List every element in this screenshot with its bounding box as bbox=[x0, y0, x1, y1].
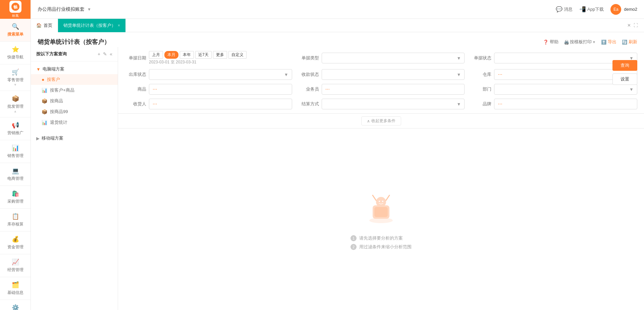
scheme-group-mobile: ▶ 移动端方案 bbox=[31, 131, 118, 146]
scheme-item-by-product[interactable]: 📦 按商品 bbox=[31, 96, 118, 106]
refresh-icon: 🔄 bbox=[622, 40, 627, 45]
product-label: 商品 bbox=[125, 86, 149, 92]
sidebar-item-label: 零售管理 bbox=[7, 77, 23, 83]
sidebar-item-purchase[interactable]: 🛍️ 采购管理 bbox=[0, 186, 31, 209]
tab-close-button[interactable]: × bbox=[118, 23, 120, 28]
sidebar-item-sales[interactable]: 📊 销售管理 bbox=[0, 140, 31, 163]
query-button[interactable]: 查询 bbox=[612, 60, 637, 71]
scheme-edit-button[interactable]: ✎ bbox=[103, 51, 107, 57]
staff-control: ··· bbox=[322, 84, 465, 95]
page-actions: ❓ 帮助 🖨️ 按模板打印 ▼ ⬆️ 导出 🔄 刷新 bbox=[543, 37, 637, 47]
sidebar-item-search[interactable]: 🔍 搜索菜单 bbox=[0, 19, 31, 42]
settings-button[interactable]: 设置 bbox=[612, 73, 637, 85]
collapse-button[interactable]: ∧ 收起更多条件 bbox=[361, 116, 401, 125]
header-right: 💬 消息 📲 App下载 Ea demo2 bbox=[556, 4, 637, 15]
status-label: 单据状态 bbox=[470, 55, 494, 61]
filter-staff-cell: 业务员 ··· bbox=[298, 84, 465, 95]
product-select[interactable]: ··· bbox=[149, 84, 292, 95]
brand-select[interactable]: ··· bbox=[494, 99, 637, 109]
app-download-button[interactable]: 📲 App下载 bbox=[579, 6, 604, 12]
logo-text: 标胤 bbox=[12, 13, 19, 18]
refresh-button[interactable]: 🔄 刷新 bbox=[622, 37, 637, 47]
date-btn-this-month[interactable]: 本月 bbox=[164, 51, 178, 59]
sidebar-item-finance[interactable]: 💰 资金管理 bbox=[0, 231, 31, 254]
message-button[interactable]: 💬 消息 bbox=[556, 6, 573, 12]
scheme-item-by-product-label: 按商品 bbox=[50, 98, 63, 104]
filter-row-3: 商品 ··· 业务员 bbox=[125, 84, 637, 95]
export-button[interactable]: ⬆️ 导出 bbox=[601, 37, 616, 47]
maximize-icon[interactable]: ⛶ bbox=[634, 23, 638, 28]
empty-tip-1: 1 请先选择要分析的方案 bbox=[351, 235, 412, 241]
app-logo: 畅 标胤 bbox=[0, 0, 31, 19]
app-download-label: App下载 bbox=[587, 6, 604, 12]
user-profile[interactable]: Ea demo2 bbox=[610, 4, 637, 15]
collapse-label: 收起更多条件 bbox=[371, 118, 395, 124]
header-dropdown-icon[interactable]: ▼ bbox=[87, 7, 91, 12]
scheme-item-by-customer-label: 按客户 bbox=[47, 76, 60, 83]
payment-select[interactable]: ▼ bbox=[322, 99, 465, 109]
date-btn-last-month[interactable]: 上月 bbox=[149, 51, 163, 59]
receiver-select[interactable]: ··· bbox=[149, 99, 292, 109]
page-title: 销货单统计计表（按客户） bbox=[38, 38, 110, 46]
scheme-group-pc-header[interactable]: ▼ 电脑端方案 bbox=[31, 64, 118, 74]
empty-tips: 1 请先选择要分析的方案 2 用过滤条件来缩小分析范围 bbox=[351, 235, 412, 250]
out-status-select[interactable]: ▼ bbox=[149, 69, 292, 80]
filter-type-cell: 单据类型 ▼ bbox=[298, 53, 465, 63]
scheme-group-mobile-header[interactable]: ▶ 移动端方案 bbox=[31, 133, 118, 143]
basic-icon: 🗂️ bbox=[12, 281, 19, 289]
tab-home[interactable]: 🏠 首页 bbox=[31, 19, 58, 32]
scheme-item-by-customer[interactable]: ● 按客户 bbox=[31, 74, 118, 85]
scheme-collapse-button[interactable]: « bbox=[110, 51, 112, 57]
sidebar-item-business[interactable]: 📈 经营管理 bbox=[0, 254, 31, 277]
sidebar-item-wholesale[interactable]: 📦 批发管理 ▲ bbox=[0, 91, 31, 117]
date-btn-more[interactable]: 更多 bbox=[213, 51, 227, 59]
template-print-label: 按模板打印 bbox=[570, 39, 592, 45]
sidebar-item-system[interactable]: ⚙️ 系统管理 bbox=[0, 300, 31, 310]
scheme-add-button[interactable]: + bbox=[98, 51, 100, 57]
help-button[interactable]: ❓ 帮助 bbox=[543, 37, 558, 47]
template-print-button[interactable]: 🖨️ 按模板打印 ▼ bbox=[564, 39, 596, 45]
customer-icon: ● bbox=[42, 77, 44, 82]
staff-select[interactable]: ··· bbox=[322, 84, 465, 95]
sidebar-item-ecommerce[interactable]: 💻 电商管理 bbox=[0, 163, 31, 186]
date-btn-this-year[interactable]: 本年 bbox=[180, 51, 194, 59]
date-btn-last-7-days[interactable]: 近7天 bbox=[195, 51, 212, 59]
sales-icon: 📊 bbox=[12, 144, 19, 152]
receive-status-select[interactable]: ▼ bbox=[322, 69, 465, 80]
sidebar-item-shortcut[interactable]: ⭐ 快捷导航 bbox=[0, 42, 31, 64]
scheme-item-by-customer-product[interactable]: 📊 按客户+商品 bbox=[31, 85, 118, 96]
filter-receive-status-cell: 收款状态 ▼ bbox=[298, 69, 465, 80]
tip-text-1: 请先选择要分析的方案 bbox=[359, 235, 403, 241]
customer-product-icon: 📊 bbox=[42, 88, 47, 93]
return-icon: 📊 bbox=[42, 120, 47, 125]
logo-icon: 畅 bbox=[9, 1, 21, 13]
sidebar-item-basic[interactable]: 🗂️ 基础信息 bbox=[0, 277, 31, 300]
query-buttons: 查询 设置 bbox=[612, 60, 637, 85]
out-status-arrow-icon: ▼ bbox=[284, 72, 288, 77]
date-btn-custom[interactable]: 自定义 bbox=[228, 51, 247, 59]
dept-select[interactable]: ▼ bbox=[494, 84, 637, 95]
sidebar-item-marketing[interactable]: 📢 营销推广 bbox=[0, 117, 31, 140]
message-label: 消息 bbox=[564, 6, 573, 12]
help-icon: ❓ bbox=[543, 40, 548, 45]
scheme-item-by-product-99[interactable]: 📦 按商品99 bbox=[31, 106, 118, 117]
sidebar-item-inventory[interactable]: 📋 库存核算 bbox=[0, 209, 31, 231]
tab-active[interactable]: 销货单统计计表（按客户） × bbox=[58, 19, 126, 32]
scheme-group-pc: ▼ 电脑端方案 ● 按客户 📊 按客户+商品 📦 bbox=[31, 61, 118, 131]
empty-tip-2: 2 用过滤条件来缩小分析范围 bbox=[351, 244, 412, 250]
receiver-control: ··· bbox=[149, 99, 292, 109]
filter-row-4: 收货人 ··· 结算方式 bbox=[125, 99, 637, 109]
tab-bar-right: ✕ ⛶ bbox=[624, 23, 641, 28]
warehouse-label: 仓库 bbox=[470, 71, 494, 78]
sidebar-item-retail[interactable]: 🛒 零售管理 ▼ bbox=[0, 64, 31, 91]
scheme-item-by-customer-product-label: 按客户+商品 bbox=[50, 87, 74, 93]
type-select[interactable]: ▼ bbox=[322, 53, 465, 63]
close-window-icon[interactable]: ✕ bbox=[627, 23, 631, 28]
collapse-icon: ∧ bbox=[367, 119, 370, 123]
finance-icon: 💰 bbox=[12, 236, 19, 243]
type-control: ▼ bbox=[322, 53, 465, 63]
sidebar-nav: 🔍 搜索菜单 ⭐ 快捷导航 🛒 零售管理 ▼ 📦 批发管理 ▲ 📢 营销推广 bbox=[0, 19, 31, 310]
ecommerce-icon: 💻 bbox=[12, 167, 19, 174]
svg-text:畅: 畅 bbox=[13, 5, 17, 9]
scheme-item-return-stats[interactable]: 📊 退货统计 bbox=[31, 117, 118, 128]
